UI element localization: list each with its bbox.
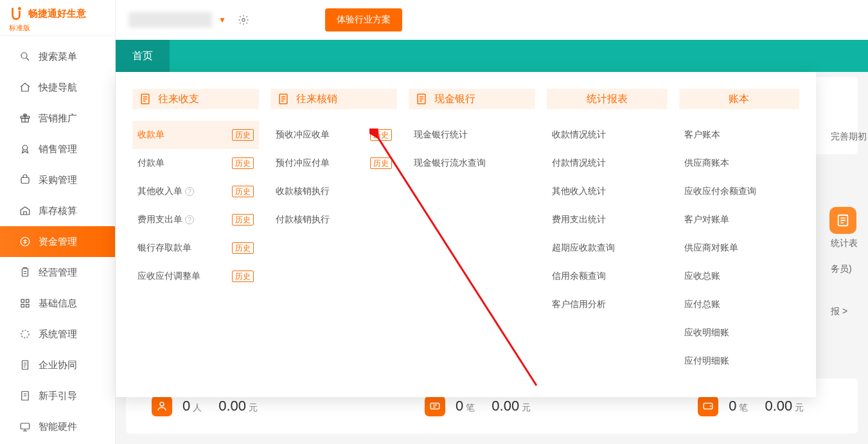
org-selector[interactable]: ▼ [128,12,308,28]
help-icon[interactable]: ? [185,187,194,196]
mega-item-label: 银行存取款单 [137,242,191,254]
badge-icon [19,143,31,155]
sidebar-item-3[interactable]: 销售管理 [0,134,115,164]
sidebar-nav: 搜索菜单快捷导航营销推广销售管理采购管理库存核算资金管理经营管理基础信息系统管理… [0,36,115,444]
mega-item[interactable]: 应付明细账 [679,347,799,375]
mega-item[interactable]: 客户账本 [679,121,799,149]
hint-text[interactable]: 报 > [831,306,867,317]
sidebar-item-10[interactable]: 企业协同 [0,350,115,380]
mega-column-3: 统计报表收款情况统计付款情况统计其他收入统计费用支出统计超期应收款查询信用余额查… [547,89,667,375]
stat-value: 0.00 [218,398,246,414]
mega-item[interactable]: 费用支出统计 [547,206,667,234]
mega-item[interactable]: 银行存取款单历史 [132,234,259,262]
industry-plan-button[interactable]: 体验行业方案 [325,8,402,31]
mega-item[interactable]: 收款核销执行 [270,177,397,206]
mega-item[interactable]: 信用余额查询 [547,262,667,290]
history-badge[interactable]: 历史 [232,242,254,254]
mega-item[interactable]: 超期应收款查询 [547,234,667,262]
mega-item[interactable]: 付款核销执行 [270,206,397,234]
mega-item[interactable]: 应收总账 [679,262,799,290]
hint-text: 完善期初 [831,131,867,143]
mega-item[interactable]: 收款单历史 [132,121,259,149]
stat-icon [152,396,172,416]
mega-item-label: 应付总账 [684,299,720,310]
stat-unit: 元 [249,402,258,414]
mega-item[interactable]: 付款情况统计 [547,149,667,177]
mega-item-label: 现金银行流水查询 [414,157,486,169]
stat-unit: 元 [522,402,531,414]
gear-icon[interactable] [238,14,249,26]
history-badge[interactable]: 历史 [232,157,254,169]
sidebar-item-2[interactable]: 营销推广 [0,103,115,134]
mega-item[interactable]: 供应商对账单 [679,234,799,262]
doc-icon [19,359,31,371]
topbar: ▼ 体验行业方案 [116,0,868,40]
stat-unit: 笔 [739,402,748,414]
sidebar-item-11[interactable]: 新手引导 [0,380,115,411]
mega-item[interactable]: 收款情况统计 [547,121,667,149]
sidebar-item-12[interactable]: 智能硬件 [0,411,115,442]
history-badge[interactable]: 历史 [232,186,254,197]
tab-home[interactable]: 首页 [116,40,170,72]
svg-rect-10 [21,305,24,308]
sidebar-item-9[interactable]: 系统管理 [0,319,115,350]
mega-item-label: 供应商对账单 [684,242,738,254]
history-badge[interactable]: 历史 [232,271,254,282]
help-icon[interactable]: ? [185,215,194,224]
floating-action-icon[interactable] [829,207,856,234]
mega-item[interactable]: 客户对账单 [679,206,799,234]
sidebar-item-label: 智能硬件 [39,421,77,433]
document-icon [415,93,428,105]
history-badge[interactable]: 历史 [370,157,392,169]
mega-item[interactable]: 应收应付调整单历史 [132,262,259,290]
sidebar-item-1[interactable]: 快捷导航 [0,72,115,103]
sidebar-item-4[interactable]: 采购管理 [0,164,115,195]
mega-item[interactable]: 供应商账本 [679,149,799,177]
history-badge[interactable]: 历史 [232,214,254,226]
history-badge[interactable]: 历史 [232,129,254,141]
mega-item[interactable]: 应收应付余额查询 [679,177,799,206]
sidebar-item-label: 销售管理 [39,143,77,155]
mega-item[interactable]: 其他收入统计 [547,177,667,206]
sidebar-item-label: 快捷导航 [39,82,77,94]
sidebar-item-6[interactable]: 资金管理 [0,226,115,257]
home-icon [19,82,31,93]
sidebar-item-7[interactable]: 经营管理 [0,257,115,288]
stat-block-2: 0笔 0.00元 [698,396,804,416]
mega-item-label: 费用支出统计 [552,214,606,226]
sidebar-item-5[interactable]: 库存核算 [0,195,115,226]
mega-item-label: 应收应付调整单 [137,271,200,282]
mega-item-label: 应收明细账 [684,327,729,339]
brand-edition: 标准版 [9,23,107,33]
content-area: 完善期初 统计表 务员) 报 > 往来收支收款单历史付款单历史其他收入单?历史费… [116,72,868,444]
tabbar: 首页 [116,40,868,72]
brand-logo-icon [8,5,24,22]
sidebar-item-0[interactable]: 搜索菜单 [0,41,115,72]
mega-item-label: 超期应收款查询 [552,242,615,254]
stat-text: 0笔 0.00元 [729,398,804,414]
sidebar-item-label: 基础信息 [39,297,77,310]
mega-item[interactable]: 其他收入单?历史 [132,177,259,206]
mega-item[interactable]: 客户信用分析 [547,290,667,319]
mega-item-label: 其他收入单? [137,186,194,197]
svg-rect-23 [430,404,439,409]
mega-item[interactable]: 预收冲应收单历史 [270,121,397,149]
mega-item[interactable]: 应收明细账 [679,319,799,347]
mega-item[interactable]: 现金银行统计 [409,121,535,149]
brand-title: 畅捷通好生意 [28,8,86,20]
history-badge[interactable]: 历史 [370,129,392,141]
stat-icon [698,396,718,416]
svg-point-0 [18,7,21,10]
mega-item[interactable]: 费用支出单?历史 [132,206,259,234]
mega-item[interactable]: 应付总账 [679,290,799,319]
document-icon [277,93,290,105]
mega-column-header: 现金银行 [409,89,535,109]
mega-item[interactable]: 现金银行流水查询 [409,149,535,177]
sidebar-item-8[interactable]: 基础信息 [0,288,115,319]
mega-column-0: 往来收支收款单历史付款单历史其他收入单?历史费用支出单?历史银行存取款单历史应收… [132,89,259,375]
stat-text: 0人 0.00元 [182,398,258,414]
mega-item[interactable]: 付款单历史 [132,149,259,177]
sidebar-item-label: 经营管理 [39,267,77,279]
mega-item[interactable]: 预付冲应付单历史 [270,149,397,177]
sidebar: 畅捷通好生意 标准版 搜索菜单快捷导航营销推广销售管理采购管理库存核算资金管理经… [0,0,116,444]
